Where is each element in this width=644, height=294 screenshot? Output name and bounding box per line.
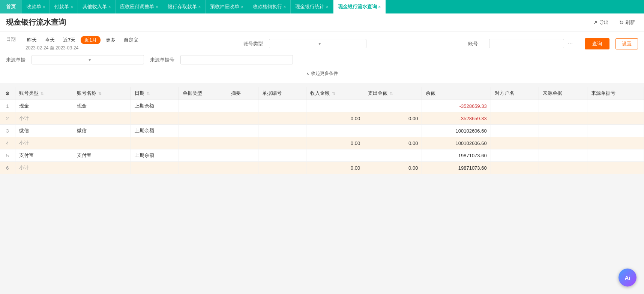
- cell-source-doc: [539, 149, 587, 162]
- yesterday-option[interactable]: 昨天: [24, 36, 40, 44]
- cell-num: 6: [0, 162, 15, 174]
- cell-counterpart: [491, 100, 539, 112]
- col-source-doc-no[interactable]: 来源单据号: [587, 87, 644, 100]
- close-icon-3[interactable]: ×: [156, 4, 158, 9]
- nav-tab-7[interactable]: 现金银行统计 ×: [291, 0, 333, 13]
- source-doc-select[interactable]: ▾: [32, 55, 144, 64]
- more-dots-icon[interactable]: ···: [566, 39, 574, 49]
- cell-date: [131, 137, 179, 149]
- nav-tab-8[interactable]: 现金银行流水查询 ×: [333, 0, 386, 13]
- filter-row-2: 来源单据 ▾ 来源单据号: [6, 55, 638, 64]
- close-icon-4[interactable]: ×: [198, 4, 201, 9]
- col-counterpart-label: 对方户名: [495, 90, 514, 96]
- today-option[interactable]: 今天: [42, 36, 58, 44]
- table-row: 1 现金 现金 上期余额 -3528659.33: [0, 100, 644, 112]
- cell-summary: [227, 125, 258, 137]
- col-doc-no[interactable]: 单据编号: [258, 87, 306, 100]
- cell-counterpart: [491, 125, 539, 137]
- nav-tab-4[interactable]: 银行存取款单 ×: [163, 0, 206, 13]
- col-account-name-label: 账号名称: [77, 90, 96, 96]
- cell-source-doc-no: [587, 112, 644, 125]
- table-row: 6 小计 0.00 0.00 19871073.60: [0, 162, 644, 174]
- cell-num: 5: [0, 149, 15, 162]
- date-range-display: 2023-02-24 至 2023-03-24: [26, 45, 141, 51]
- table-header-row: ⚙ 账号类型 ⇅ 账号名称 ⇅ 日期 ⇅ 单据类型 摘要: [0, 87, 644, 100]
- col-summary[interactable]: 摘要: [227, 87, 258, 100]
- col-settings[interactable]: ⚙: [0, 87, 15, 100]
- table-row: 4 小计 0.00 0.00 100102606.60: [0, 137, 644, 149]
- cell-counterpart: [491, 112, 539, 125]
- close-icon-5[interactable]: ×: [241, 4, 243, 9]
- refresh-label: 刷新: [625, 19, 635, 26]
- cell-source-doc-no: [587, 100, 644, 112]
- account-type-select[interactable]: ▾: [269, 39, 366, 48]
- cell-counterpart: [491, 162, 539, 174]
- collapse-label: 收起更多条件: [311, 70, 338, 77]
- sort-icon-account-name: ⇅: [98, 91, 102, 96]
- cell-account-type: 现金: [15, 100, 73, 112]
- col-date[interactable]: 日期 ⇅: [131, 87, 179, 100]
- cell-doc-no: [258, 162, 306, 174]
- cell-source-doc: [539, 125, 587, 137]
- cell-account-name: 微信: [73, 125, 131, 137]
- col-income-label: 收入金额: [310, 90, 330, 96]
- close-icon-2[interactable]: ×: [108, 4, 111, 9]
- close-icon-8[interactable]: ×: [378, 4, 381, 9]
- col-account-name[interactable]: 账号名称 ⇅: [73, 87, 131, 100]
- cell-source-doc: [539, 112, 587, 125]
- col-expense[interactable]: 支出金额 ⇅: [364, 87, 422, 100]
- filter-area: 日期 昨天 今天 近7天 近1月 更多 自定义 2023-02-24 至 202…: [0, 31, 644, 84]
- cell-date: [131, 162, 179, 174]
- tab-label-2: 其他收入单: [83, 3, 107, 10]
- home-label: 首页: [6, 3, 16, 10]
- col-income[interactable]: 收入金额 ⇅: [306, 87, 364, 100]
- col-source-doc[interactable]: 来源单据: [539, 87, 587, 100]
- cell-account-type: 支付宝: [15, 149, 73, 162]
- close-icon-7[interactable]: ×: [326, 4, 328, 9]
- cell-summary: [227, 112, 258, 125]
- nav-tab-1[interactable]: 付款单 ×: [50, 0, 78, 13]
- col-expense-label: 支出金额: [368, 90, 387, 96]
- custom-option[interactable]: 自定义: [121, 36, 141, 44]
- nav-tab-5[interactable]: 预收冲应收单 ×: [206, 0, 248, 13]
- col-doc-no-label: 单据编号: [262, 90, 282, 96]
- table-row: 3 微信 微信 上期余额 100102606.60: [0, 125, 644, 137]
- cell-source-doc: [539, 100, 587, 112]
- cell-expense: [364, 125, 422, 137]
- table-settings-icon[interactable]: ⚙: [5, 91, 10, 96]
- nav-tab-3[interactable]: 应收应付调整单 ×: [116, 0, 163, 13]
- account-type-arrow-icon: ▾: [318, 41, 363, 46]
- col-counterpart[interactable]: 对方户名: [491, 87, 539, 100]
- month-option[interactable]: 近1月: [81, 36, 101, 44]
- cell-income: 0.00: [306, 162, 364, 174]
- query-button[interactable]: 查询: [585, 38, 609, 49]
- cell-account-type: 小计: [15, 162, 73, 174]
- source-doc-label: 来源单据: [6, 57, 26, 63]
- cell-doc-no: [258, 149, 306, 162]
- cell-account-name: 支付宝: [73, 149, 131, 162]
- export-button[interactable]: ↗ 导出: [590, 18, 612, 27]
- nav-tab-2[interactable]: 其他收入单 ×: [78, 0, 116, 13]
- refresh-button[interactable]: ↻ 刷新: [616, 18, 638, 27]
- settings-button[interactable]: 设置: [615, 38, 638, 49]
- nav-tab-6[interactable]: 收款核销执行 ×: [248, 0, 291, 13]
- cell-income: [306, 125, 364, 137]
- col-balance[interactable]: 余额: [422, 87, 491, 100]
- col-doc-type[interactable]: 单据类型: [179, 87, 227, 100]
- nav-tab-0[interactable]: 收款单 ×: [22, 0, 50, 13]
- account-type-label: 账号类型: [243, 40, 263, 47]
- more-date-option[interactable]: 更多: [103, 36, 119, 44]
- cell-balance: -3528659.33: [422, 112, 491, 125]
- close-icon-6[interactable]: ×: [284, 4, 286, 9]
- cell-date: 上期余额: [131, 149, 179, 162]
- cell-doc-type: [179, 137, 227, 149]
- close-icon-0[interactable]: ×: [43, 4, 45, 9]
- close-icon-1[interactable]: ×: [71, 4, 73, 9]
- source-doc-num-input[interactable]: [180, 55, 293, 64]
- cell-summary: [227, 149, 258, 162]
- nav-tab-home[interactable]: 首页: [0, 0, 22, 13]
- collapse-bar[interactable]: ∧ 收起更多条件: [6, 68, 638, 79]
- col-account-type[interactable]: 账号类型 ⇅: [15, 87, 73, 100]
- account-input[interactable]: [489, 39, 564, 48]
- week-option[interactable]: 近7天: [60, 36, 78, 44]
